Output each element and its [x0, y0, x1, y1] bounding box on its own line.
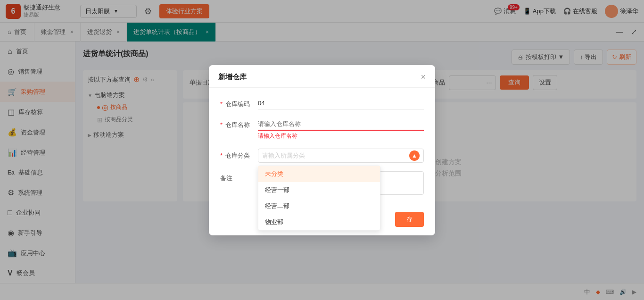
save-button[interactable]: 存 — [395, 212, 424, 227]
modal-close-button[interactable]: × — [421, 73, 426, 81]
category-placeholder: 请输入所属分类 — [262, 151, 305, 160]
warehouse-code-input[interactable] — [258, 97, 424, 109]
form-row-name: * 仓库名称 请输入仓库名称 — [220, 118, 424, 140]
dropdown-item-dept3[interactable]: 物业部 — [258, 214, 380, 230]
form-row-code: * 仓库编码 — [220, 97, 424, 109]
dropdown-item-dept1[interactable]: 经营一部 — [258, 182, 380, 198]
modal-body: * 仓库编码 * 仓库名称 请输入仓库名称 — [209, 88, 435, 206]
new-warehouse-modal: 新增仓库 × * 仓库编码 * 仓库名称 — [209, 65, 435, 235]
form-control-code — [258, 97, 424, 109]
modal-title: 新增仓库 — [218, 73, 247, 82]
form-label-code: * 仓库编码 — [220, 97, 258, 108]
dropdown-item-unclassified[interactable]: 未分类 — [258, 166, 380, 182]
chevron-up-icon: ▲ — [409, 150, 420, 161]
form-label-note: 备注 — [220, 171, 258, 183]
form-label-name: * 仓库名称 — [220, 118, 258, 129]
modal-header: 新增仓库 × — [209, 65, 435, 88]
form-row-category: * 仓库分类 请输入所属分类 ▲ 未分类 经营一部 经营二部 物业部 — [220, 149, 424, 163]
form-control-category: 请输入所属分类 ▲ 未分类 经营一部 经营二部 物业部 — [258, 149, 424, 163]
category-select[interactable]: 请输入所属分类 ▲ — [258, 149, 424, 163]
name-error-msg: 请输入仓库名称 — [258, 132, 424, 140]
warehouse-name-input[interactable] — [258, 118, 424, 131]
dropdown-item-dept2[interactable]: 经营二部 — [258, 198, 380, 214]
form-control-name: 请输入仓库名称 — [258, 118, 424, 140]
category-dropdown: 未分类 经营一部 经营二部 物业部 — [258, 166, 380, 231]
modal-overlay[interactable]: 新增仓库 × * 仓库编码 * 仓库名称 — [0, 0, 644, 300]
form-label-category: * 仓库分类 — [220, 149, 258, 160]
